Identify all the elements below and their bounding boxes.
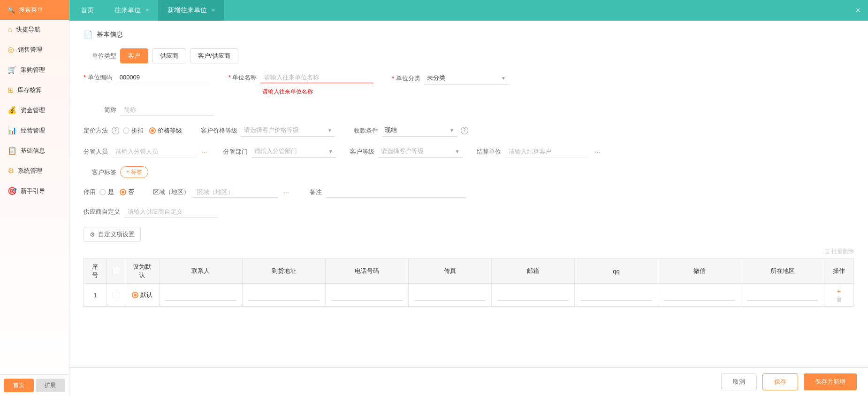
custom-settings-btn[interactable]: ⚙ 自定义项设置 xyxy=(84,227,141,242)
customer-level-label: 客户等级 xyxy=(350,148,374,156)
tab-new-contact-close[interactable]: × xyxy=(212,7,215,14)
department-placeholder: 请输入分管部门 xyxy=(254,147,328,155)
row-checkbox[interactable] xyxy=(113,292,119,298)
department-dropdown-icon: ▼ xyxy=(328,149,333,154)
payment-terms-select[interactable]: 现结 ▼ xyxy=(382,124,457,137)
sidebar-item-sales[interactable]: ◎ 销售管理 xyxy=(0,39,69,60)
save-new-button[interactable]: 保存并新增 xyxy=(804,373,857,390)
short-name-input[interactable] xyxy=(120,104,214,116)
sidebar-item-quick-nav[interactable]: ⌂ 快捷导航 xyxy=(0,20,69,39)
unit-category-cell: 单位分类 未分类 ▼ xyxy=(392,72,509,85)
remarks-input[interactable] xyxy=(326,186,466,198)
basic-icon: 📋 xyxy=(8,146,17,155)
table-row: 1 默认 xyxy=(84,284,854,307)
unit-btn-customer[interactable]: 客户 xyxy=(120,48,148,63)
disabled-radio-yes[interactable]: 是 xyxy=(99,188,114,196)
tab-home[interactable]: 首页 xyxy=(69,0,105,21)
row-default-radio[interactable]: 默认 xyxy=(131,291,153,299)
sidebar-item-guide[interactable]: 🎯 新手引导 xyxy=(0,181,69,201)
unit-type-group: 客户 供应商 客户/供应商 xyxy=(120,48,238,63)
customer-price-level-placeholder: 请选择客户价格等级 xyxy=(244,126,327,134)
sidebar-item-system[interactable]: ⚙ 系统管理 xyxy=(0,161,69,181)
customer-level-dropdown-icon: ▼ xyxy=(455,149,460,154)
pricing-radio-discount[interactable]: 折扣 xyxy=(123,126,144,135)
no-radio-circle xyxy=(120,189,126,195)
department-select[interactable]: 请输入分管部门 ▼ xyxy=(251,145,336,158)
window-close-btn[interactable]: × xyxy=(848,6,868,16)
tab-contacts-close[interactable]: × xyxy=(145,7,149,14)
batch-delete-btn[interactable]: ☐ 批量删除 xyxy=(84,248,854,256)
customer-tag-label: 客户标签 xyxy=(84,168,116,177)
section-header: 📄 基本信息 xyxy=(84,30,854,39)
row-qq[interactable] xyxy=(575,284,658,307)
form-content: 📄 基本信息 单位类型 客户 供应商 客户/供应商 单位编码 单位名称 xyxy=(69,21,868,367)
batch-delete-label: 批量删除 xyxy=(831,248,854,256)
pricing-help-icon[interactable]: ? xyxy=(112,127,119,134)
yes-radio-circle xyxy=(99,189,106,195)
unit-category-value: 未分类 xyxy=(427,74,501,82)
settlement-cell: 结算单位 ··· xyxy=(477,146,602,157)
tab-new-contact[interactable]: 新增往来单位 × xyxy=(158,0,224,21)
short-name-row: 简称 xyxy=(84,104,854,116)
customer-level-cell: 客户等级 请选择客户等级 ▼ xyxy=(350,145,463,158)
default-radio-circle xyxy=(132,292,138,298)
col-contact: 联系人 xyxy=(159,259,242,284)
supplier-custom-input[interactable] xyxy=(124,206,218,217)
add-tag-btn[interactable]: + 标签 xyxy=(120,166,148,178)
row-region[interactable] xyxy=(741,284,824,307)
supplier-custom-label: 供应商自定义 xyxy=(84,208,120,216)
pricing-row: 定价方法 ? 折扣 价格等级 客户价格等级 请选择客户价格等级 xyxy=(84,124,854,137)
row-fax[interactable] xyxy=(409,284,492,307)
sidebar-item-purchase[interactable]: 🛒 采购管理 xyxy=(0,60,69,80)
discount-radio-circle xyxy=(123,127,129,134)
sidebar-expand-btn[interactable]: 扩展 xyxy=(36,379,66,392)
customer-price-level-select[interactable]: 请选择客户价格等级 ▼ xyxy=(241,124,335,137)
unit-category-select[interactable]: 未分类 ▼ xyxy=(424,72,509,85)
region-label: 区域（地区） xyxy=(153,188,190,196)
save-button[interactable]: 保存 xyxy=(762,373,798,390)
manager-input[interactable] xyxy=(112,146,196,157)
table-header-checkbox[interactable] xyxy=(113,268,119,274)
unit-code-input[interactable] xyxy=(116,72,210,83)
sidebar-item-finance[interactable]: 💰 资金管理 xyxy=(0,100,69,120)
payment-help-icon[interactable]: ? xyxy=(461,127,468,134)
manager-cell: 分管人员 ··· xyxy=(84,146,209,157)
sidebar-item-operations[interactable]: 📊 经营管理 xyxy=(0,120,69,140)
manager-more-btn[interactable]: ··· xyxy=(200,148,209,155)
pricing-radio-group: 折扣 价格等级 xyxy=(123,126,182,135)
customer-level-select[interactable]: 请选择客户等级 ▼ xyxy=(378,145,463,158)
yes-label: 是 xyxy=(108,188,114,196)
sidebar: 🔍 搜索菜单 ⌂ 快捷导航 ◎ 销售管理 🛒 采购管理 ⊞ 库存核算 💰 资金管… xyxy=(0,0,69,396)
region-more-btn[interactable]: ··· xyxy=(282,188,291,196)
guide-icon: 🎯 xyxy=(8,186,17,195)
disabled-radio-no[interactable]: 否 xyxy=(120,188,134,196)
cancel-button[interactable]: 取消 xyxy=(721,373,757,390)
row-check xyxy=(107,284,125,307)
unit-type-label: 单位类型 xyxy=(84,52,116,60)
row-add-btn[interactable]: + xyxy=(835,287,843,295)
unit-btn-supplier[interactable]: 供应商 xyxy=(152,48,186,63)
unit-btn-both[interactable]: 客户/供应商 xyxy=(190,48,238,63)
settlement-more-btn[interactable]: ··· xyxy=(593,148,602,155)
row-delete-btn[interactable]: 🗑 xyxy=(834,295,844,303)
pricing-radio-level[interactable]: 价格等级 xyxy=(149,126,182,135)
unit-name-input[interactable] xyxy=(260,72,373,83)
settlement-input[interactable] xyxy=(505,146,589,157)
gear-icon: ⚙ xyxy=(90,231,95,238)
region-input[interactable] xyxy=(193,186,278,198)
sidebar-item-basic[interactable]: 📋 基础信息 xyxy=(0,140,69,161)
tab-contacts[interactable]: 往来单位 × xyxy=(105,0,158,21)
sidebar-item-inventory[interactable]: ⊞ 库存核算 xyxy=(0,80,69,100)
row-email[interactable] xyxy=(492,284,575,307)
sidebar-home-btn[interactable]: 首页 xyxy=(4,379,34,392)
sidebar-search[interactable]: 🔍 搜索菜单 xyxy=(0,0,69,20)
row-wechat[interactable] xyxy=(658,284,741,307)
price-level-dropdown-icon: ▼ xyxy=(327,128,332,133)
row-phone[interactable] xyxy=(325,284,408,307)
col-fax: 传真 xyxy=(409,259,492,284)
row-address[interactable] xyxy=(242,284,325,307)
tab-contacts-label: 往来单位 xyxy=(114,6,141,15)
row-contact[interactable] xyxy=(159,284,242,307)
payment-terms-cell: 收款条件 现结 ▼ ? xyxy=(354,124,468,137)
sidebar-search-label: 搜索菜单 xyxy=(19,6,43,14)
